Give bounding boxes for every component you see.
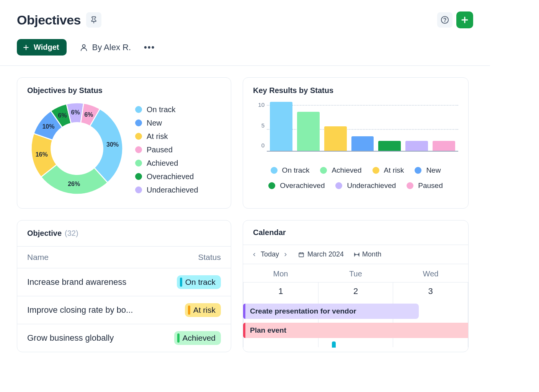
legend-label: Overachieved [147,172,194,181]
widget-button-label: Widget [34,43,59,52]
calendar-day-header: Wed [393,270,468,278]
legend-swatch [135,119,142,126]
calendar-card: Calendar Today March 2024 Month MonTueW [243,220,469,352]
legend-item[interactable]: Underachieved [135,186,198,194]
bar-chart: 10 5 0 [253,102,458,159]
legend-label: New [426,166,441,175]
calendar-date: 2 [353,286,358,296]
legend-label: Paused [147,145,173,154]
legend-label: Paused [418,181,443,190]
legend-swatch [372,167,379,174]
legend-item[interactable]: Achieved [135,159,198,168]
status-accent [180,278,182,287]
calendar-prev[interactable] [252,252,257,257]
pin-icon [90,16,98,24]
legend-label: New [147,119,162,127]
legend-item[interactable]: Achieved [320,166,361,175]
legend-label: Underachieved [147,186,198,194]
svg-point-2 [83,44,85,47]
table-row[interactable]: Increase brand awareness On track [17,268,231,296]
legend-item[interactable]: Underachieved [335,181,396,190]
legend-item[interactable]: New [415,166,441,175]
bar [270,102,292,151]
plus-icon [460,15,469,24]
event-title: Create presentation for vendor [250,307,356,315]
add-widget-button[interactable]: Widget [17,39,67,56]
y-tick: 5 [261,122,265,129]
status-label: At risk [193,305,216,315]
legend-swatch [320,167,327,174]
legend-item[interactable]: At risk [372,166,404,175]
objective-name: Increase brand awareness [27,277,177,287]
plus-icon [22,44,30,51]
legend-swatch [135,173,142,180]
legend-label: Achieved [147,159,178,168]
legend-swatch [135,133,142,140]
legend-item[interactable]: Paused [135,145,198,154]
donut-slice-label: 30% [106,141,119,148]
table-row[interactable]: Improve closing rate by bo... At risk [17,296,231,324]
calendar-icon [298,252,304,258]
y-tick: 10 [258,101,265,108]
legend-swatch [268,182,275,189]
calendar-event-partial[interactable] [332,341,336,348]
add-button[interactable] [456,11,473,28]
status-accent [188,305,190,315]
bar [378,141,401,151]
table-row[interactable]: Grow business globally Achieved [17,324,231,352]
bar [324,126,347,151]
chevron-right-icon [283,252,288,257]
user-icon [80,43,88,52]
legend-swatch [335,182,342,189]
legend-item[interactable]: On track [271,166,310,175]
toolbar: Widget By Alex R. ••• [17,39,473,56]
calendar-event[interactable]: Create presentation for vendor [243,304,419,319]
help-button[interactable] [437,12,452,28]
calendar-view-picker[interactable]: Month [354,250,381,258]
objective-list-card: Objective (32) Name Status Increase bran… [17,220,231,352]
width-icon [354,252,360,258]
calendar-next[interactable] [283,252,288,257]
donut-slice-label: 26% [68,181,80,188]
bar [297,112,320,151]
key-results-by-status-card: Key Results by Status 10 5 0 On trackAch… [243,77,469,209]
help-icon [441,16,449,24]
bar [351,136,374,151]
card-title: Objective [27,229,62,238]
legend-swatch [135,106,142,113]
calendar-today[interactable]: Today [261,250,279,258]
legend-item[interactable]: Overachieved [135,172,198,181]
bar [433,141,455,151]
svg-point-1 [445,21,445,22]
legend-swatch [135,186,142,193]
y-tick: 0 [261,142,265,149]
column-name: Name [27,253,198,262]
legend-item[interactable]: New [135,119,198,127]
legend-label: Underachieved [347,181,396,190]
donut-chart: 30%26%16%10%6%6%6% [27,99,127,198]
legend-label: At risk [147,132,168,141]
legend-swatch [271,167,278,174]
legend-item[interactable]: Overachieved [268,181,325,190]
calendar-day-header: Tue [318,270,393,278]
legend-item[interactable]: On track [135,105,198,114]
svg-rect-3 [299,253,304,257]
list-columns: Name Status [17,247,231,268]
pin-button[interactable] [86,12,101,28]
donut-slice-label: 10% [42,123,54,130]
donut-slice-label: 6% [58,112,67,119]
author-filter[interactable]: By Alex R. [80,42,131,52]
event-stripe [243,304,245,319]
legend-item[interactable]: At risk [135,132,198,141]
calendar-day-header: Mon [243,270,318,278]
more-menu[interactable]: ••• [144,42,155,52]
event-title: Plan event [250,326,286,335]
legend-item[interactable]: Paused [407,181,443,190]
calendar-month-picker[interactable]: March 2024 [298,250,344,258]
objective-name: Improve closing rate by bo... [27,305,185,315]
legend-label: Overachieved [280,181,325,190]
status-label: On track [185,278,216,287]
status-badge: Achieved [174,331,221,345]
calendar-event[interactable]: Plan event [243,323,468,338]
calendar-date: 1 [278,286,283,296]
